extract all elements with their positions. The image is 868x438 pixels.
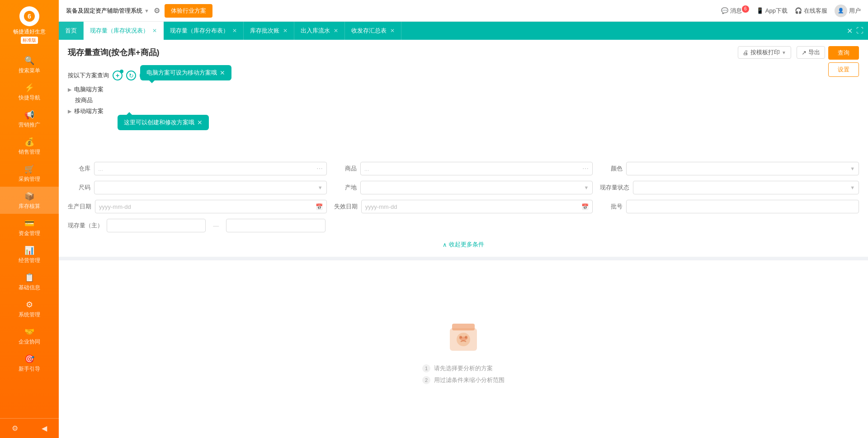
sidebar-item-quicknav[interactable]: ⚡ 快捷导航 xyxy=(0,78,59,105)
sidebar-item-guide[interactable]: 🎯 新手引导 xyxy=(0,349,59,377)
topbar: 装备及固定资产辅助管理系统 ▼ ⚙ 体验行业方案 💬 消息 6 📱 App下载 … xyxy=(59,0,868,22)
sidebar-item-finance[interactable]: 💳 资金管理 xyxy=(0,214,59,241)
solution-button[interactable]: 体验行业方案 xyxy=(165,4,212,18)
sidebar-item-collab[interactable]: 🤝 企业协同 xyxy=(0,322,59,349)
product-value: ... xyxy=(364,165,369,172)
username-label: 用户 xyxy=(849,7,861,15)
sidebar-item-label: 快捷导航 xyxy=(19,94,40,102)
field-production-date: 生产日期 yyyy-mm-dd 📅 xyxy=(68,200,327,213)
reset-button[interactable]: 设置 xyxy=(828,62,859,77)
batch-input[interactable] xyxy=(626,200,859,213)
hint-num-2: 2 xyxy=(422,376,430,384)
collapse-icon[interactable]: ◀ xyxy=(42,424,47,433)
tabbar: 首页 现存量（库存状况表） ✕ 现存量（库存分布表） ✕ 库存批次账 ✕ 出入库… xyxy=(59,22,868,40)
filter-fields: 仓库 ... ⋯ 商品 ... ⋯ 颜色 xyxy=(59,162,868,257)
arrow-right-icon: ▶ xyxy=(68,87,71,93)
tab-inventory-status[interactable]: 现存量（库存状况表） ✕ xyxy=(84,22,164,40)
filter-row-4: 现存量（主） — xyxy=(68,219,859,232)
expiry-date-label: 失效日期 xyxy=(334,203,358,211)
printer-icon: 🖨 xyxy=(743,49,749,56)
tab-home[interactable]: 首页 xyxy=(59,22,84,40)
scheme-group-desktop[interactable]: ▶ 电脑端方案 xyxy=(68,84,859,95)
tab-close-icon[interactable]: ✕ xyxy=(152,28,157,34)
marketing-icon: 📢 xyxy=(24,110,34,120)
online-support-button[interactable]: 🎧 在线客服 xyxy=(795,7,827,15)
sidebar-item-marketing[interactable]: 📢 营销推广 xyxy=(0,105,59,132)
search-button[interactable]: 查询 xyxy=(828,46,859,60)
empty-hints: 1 请先选择要分析的方案 2 用过滤条件来缩小分析范围 xyxy=(422,364,505,384)
dots-icon: ⋯ xyxy=(316,165,323,172)
tab-expand-icon[interactable]: ⛶ xyxy=(856,27,863,35)
export-label: 导出 xyxy=(808,48,820,57)
tab-inout-flow[interactable]: 出入库流水 ✕ xyxy=(294,22,345,40)
tab-batch[interactable]: 库存批次账 ✕ xyxy=(244,22,294,40)
svg-rect-3 xyxy=(452,324,475,330)
warehouse-value: ... xyxy=(98,165,103,172)
app-download-button[interactable]: 📱 App下载 xyxy=(756,7,788,15)
sidebar-item-sales[interactable]: 💰 销售管理 xyxy=(0,132,59,160)
tooltip-text: 电脑方案可设为移动方案哦 xyxy=(146,69,217,77)
batch-label: 批号 xyxy=(600,203,623,211)
notifications-button[interactable]: 💬 消息 6 xyxy=(721,7,749,15)
stock-status-select[interactable]: ▼ xyxy=(633,181,859,194)
field-batch: 批号 xyxy=(600,200,859,213)
app-badge: 标准版 xyxy=(21,37,38,44)
notification-icon: 💬 xyxy=(721,7,728,14)
scheme-tree: ▶ 电脑端方案 按商品 ▶ 移动端方案 xyxy=(68,84,859,117)
settings-icon[interactable]: ⚙ xyxy=(12,424,18,433)
scheme-subitem: 按商品 xyxy=(68,95,859,106)
svg-text:6: 6 xyxy=(28,13,31,20)
arrow-right-icon-mobile: ▶ xyxy=(68,108,71,114)
size-select[interactable]: ▼ xyxy=(94,181,327,194)
field-size: 尺码 ▼ xyxy=(68,181,327,194)
tooltip2-close-icon[interactable]: ✕ xyxy=(197,119,203,126)
expiry-date-input[interactable]: yyyy-mm-dd 📅 xyxy=(361,200,593,213)
stock-qty-max-input[interactable] xyxy=(226,219,325,232)
filter-row-1: 仓库 ... ⋯ 商品 ... ⋯ 颜色 xyxy=(68,162,859,175)
tooltip-close-icon[interactable]: ✕ xyxy=(220,69,225,76)
collapse-filter-button[interactable]: ∧ 收起更多条件 xyxy=(68,238,859,254)
sidebar-item-basicinfo[interactable]: 📋 基础信息 xyxy=(0,268,59,295)
production-date-input[interactable]: yyyy-mm-dd 📅 xyxy=(95,200,327,213)
sidebar-item-system[interactable]: ⚙ 系统管理 xyxy=(0,295,59,322)
tab-close-icon[interactable]: ✕ xyxy=(232,28,237,34)
gear-icon[interactable]: ⚙ xyxy=(154,6,160,15)
range-separator: — xyxy=(209,222,222,229)
empty-hint-1: 1 请先选择要分析的方案 xyxy=(422,364,505,372)
origin-select[interactable]: ▼ xyxy=(360,181,593,194)
filter-sync-button[interactable]: ↻ xyxy=(126,71,136,80)
scheme-tooltip-1: 电脑方案可设为移动方案哦 ✕ xyxy=(140,65,231,80)
export-button[interactable]: ↗ 导出 xyxy=(797,46,825,59)
system-name: 装备及固定资产辅助管理系统 xyxy=(66,7,142,15)
topbar-right: 💬 消息 6 📱 App下载 🎧 在线客服 👤 用户 xyxy=(721,5,861,17)
tab-close-icon[interactable]: ✕ xyxy=(390,28,395,34)
filter-label-area: 按以下方案查询 + ↻ ← 电脑方案可设为移动方案哦 ✕ ▶ xyxy=(59,67,868,117)
search-icon: 🔍 xyxy=(24,56,34,66)
user-menu[interactable]: 👤 用户 xyxy=(835,5,861,17)
date-placeholder-2: yyyy-mm-dd xyxy=(365,203,397,210)
color-select[interactable]: ▼ xyxy=(626,162,859,175)
page-content: 现存量查询(按仓库+商品) 🖨 按模板打印 ▼ ↗ 导出 ↻ 刷新 xyxy=(59,40,868,438)
sidebar-item-label: 经营管理 xyxy=(19,257,40,264)
tab-summary[interactable]: 收发存汇总表 ✕ xyxy=(345,22,401,40)
scheme-item-by-product[interactable]: 按商品 xyxy=(75,95,859,106)
origin-label: 产地 xyxy=(334,184,357,192)
highlight-indicator xyxy=(120,70,123,73)
sidebar-item-search[interactable]: 🔍 搜索菜单 xyxy=(0,51,59,78)
stock-qty-min-input[interactable] xyxy=(107,219,206,232)
field-product: 商品 ... ⋯ xyxy=(334,162,593,175)
system-selector[interactable]: 装备及固定资产辅助管理系统 ▼ xyxy=(66,7,149,15)
tab-collapse-icon[interactable]: ✕ xyxy=(847,27,853,35)
product-select[interactable]: ... ⋯ xyxy=(360,162,593,175)
sidebar-item-inventory[interactable]: 📦 库存核算 xyxy=(0,187,59,214)
sidebar-item-purchase[interactable]: 🛒 采购管理 xyxy=(0,160,59,187)
calendar-icon: 📅 xyxy=(316,203,323,210)
tooltip2-text: 这里可以创建和修改方案哦 xyxy=(124,118,194,127)
tab-close-icon[interactable]: ✕ xyxy=(334,28,338,34)
sidebar-item-business[interactable]: 📊 经营管理 xyxy=(0,241,59,268)
warehouse-select[interactable]: ... ⋯ xyxy=(94,162,327,175)
tab-close-icon[interactable]: ✕ xyxy=(283,28,288,34)
print-button[interactable]: 🖨 按模板打印 ▼ xyxy=(738,46,791,59)
tab-label: 现存量（库存状况表） xyxy=(90,27,149,35)
tab-inventory-dist[interactable]: 现存量（库存分布表） ✕ xyxy=(164,22,244,40)
